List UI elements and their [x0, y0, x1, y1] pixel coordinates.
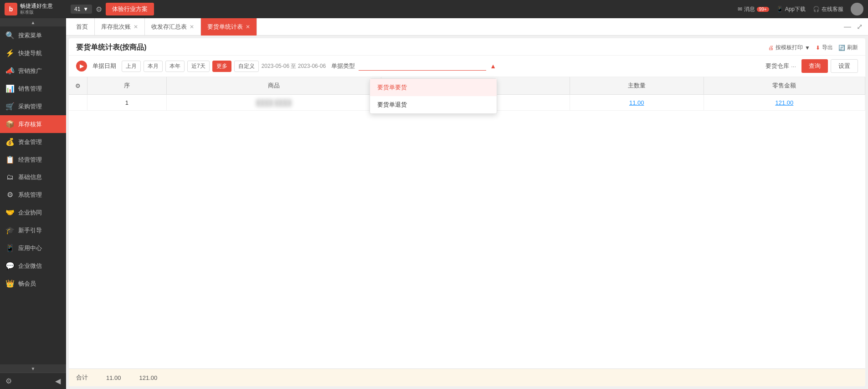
print-icon: 🖨: [768, 45, 774, 51]
sidebar-item-system[interactable]: ⚙ 系统管理: [0, 186, 66, 204]
sidebar-item-basic[interactable]: 🗂 基础信息: [0, 169, 66, 186]
message-icon: ✉: [738, 6, 742, 12]
online-service-item[interactable]: 🎧 在线客服: [813, 5, 843, 13]
type-input[interactable]: [359, 61, 486, 71]
date-label: 单据日期: [92, 62, 116, 70]
print-action[interactable]: 🖨 按模板打印 ▼: [768, 44, 810, 51]
query-button[interactable]: 查询: [801, 59, 828, 73]
settings-icon[interactable]: ⚙: [5, 377, 12, 385]
date-btn-last-month[interactable]: 上月: [122, 61, 141, 72]
tab-close-recv-summary[interactable]: ✕: [190, 24, 194, 30]
export-icon: ⬇: [816, 45, 820, 51]
clipboard-icon: 📋: [5, 155, 15, 164]
dropdown-item-demand-order[interactable]: 要货单要货: [370, 79, 497, 96]
filter-bar: ▶ 单据日期 上月 本月 本年 近7天 更多 自定义 2023-05-06 至 …: [69, 56, 865, 77]
search-icon: 🔍: [5, 31, 15, 40]
logo-icon: b: [5, 3, 17, 15]
sidebar-scroll-down[interactable]: ▼: [0, 364, 66, 373]
date-range-display: 2023-05-06 至 2023-06-06: [262, 62, 326, 70]
th-amount: 零售金额: [704, 77, 865, 95]
summary-bar: 合计 11.00 121.00: [69, 369, 865, 386]
summary-quantity: 11.00: [106, 374, 121, 381]
th-settings[interactable]: ⚙: [69, 77, 87, 95]
tab-minimize-button[interactable]: —: [842, 22, 853, 32]
tab-close-demand-stats[interactable]: ✕: [246, 24, 250, 30]
date-filter: 上月 本月 本年 近7天 更多 自定义 2023-05-06 至 2023-06…: [122, 61, 326, 72]
app-download-item[interactable]: 📱 App下载: [776, 5, 806, 13]
app-center-icon: 📱: [5, 244, 15, 252]
filter-type-section: 单据类型 ▲: [331, 61, 760, 71]
tab-close-inventory-batch[interactable]: ✕: [134, 24, 138, 30]
sidebar-bottom: ⚙ ◀: [0, 373, 66, 389]
logo-area: b 畅捷通好生意 标准版: [5, 3, 71, 15]
sidebar: ▲ 🔍 搜索菜单 ⚡ 快捷导航 📣 营销推广 📊 销售管理 🛒 采购管理: [0, 18, 66, 389]
sidebar-scroll-up[interactable]: ▲: [0, 18, 66, 26]
page-title: 要货单统计表(按商品): [76, 43, 147, 52]
main-layout: ▲ 🔍 搜索菜单 ⚡ 快捷导航 📣 营销推广 📊 销售管理 🛒 采购管理: [0, 18, 868, 389]
app-icon: 📱: [776, 6, 783, 12]
sidebar-item-newbie[interactable]: 🎓 新手引导: [0, 221, 66, 239]
collapse-icon[interactable]: ◀: [55, 377, 61, 385]
tab-maximize-button[interactable]: ⤢: [855, 21, 864, 32]
filter-expand-button[interactable]: ▶: [76, 61, 87, 72]
wechat-icon: 💬: [5, 261, 15, 270]
service-icon: 🎧: [813, 6, 820, 12]
refresh-action[interactable]: 🔄 刷新: [838, 44, 858, 51]
sidebar-nav: 🔍 搜索菜单 ⚡ 快捷导航 📣 营销推广 📊 销售管理 🛒 采购管理 📦: [0, 26, 66, 364]
gear-icon[interactable]: ⚙: [96, 5, 102, 14]
sidebar-item-purchase[interactable]: 🛒 采购管理: [0, 97, 66, 115]
tab-demand-stats[interactable]: 要货单统计表 ✕: [201, 18, 257, 36]
sidebar-item-enterprise[interactable]: 🤝 企业协同: [0, 204, 66, 221]
sidebar-item-finance[interactable]: 💰 资金管理: [0, 133, 66, 151]
row-product: ████ ████: [167, 95, 381, 111]
sidebar-item-quick-nav[interactable]: ⚡ 快捷导航: [0, 44, 66, 62]
tab-home[interactable]: 首页: [70, 18, 95, 36]
folder-icon: 🗂: [5, 173, 15, 181]
sidebar-item-operation[interactable]: 📋 经营管理: [0, 151, 66, 169]
page-content: 要货单统计表(按商品) 🖨 按模板打印 ▼ ⬇ 导出 🔄 刷新: [69, 38, 865, 386]
type-arrow-up-icon[interactable]: ▲: [490, 62, 496, 70]
sidebar-item-inventory[interactable]: 📦 库存核算: [0, 115, 66, 133]
trial-button[interactable]: 体验行业方案: [106, 3, 154, 15]
dropdown-item-demand-return[interactable]: 要货单退货: [370, 96, 497, 113]
sidebar-item-marketing[interactable]: 📣 营销推广: [0, 62, 66, 80]
page-actions: 🖨 按模板打印 ▼ ⬇ 导出 🔄 刷新: [768, 44, 858, 51]
table-container: ⚙ 序 商品 主计量单位 主数量 零售金额 1: [69, 77, 865, 369]
store-selector[interactable]: 41 ▼: [71, 5, 92, 14]
row-amount: 121.00: [704, 95, 865, 111]
row-checkbox[interactable]: [69, 95, 87, 111]
system-icon: ⚙: [5, 190, 15, 199]
warehouse-more-icon[interactable]: ···: [791, 63, 796, 70]
tab-bar-end: — ⤢: [842, 21, 864, 32]
export-action[interactable]: ⬇ 导出: [816, 44, 833, 51]
tab-inventory-batch[interactable]: 库存批次账 ✕: [95, 18, 145, 36]
date-btn-custom[interactable]: 自定义: [234, 61, 259, 72]
cart-icon: 🛒: [5, 102, 15, 111]
warehouse-section: 要货仓库 ···: [765, 62, 796, 70]
top-header: b 畅捷通好生意 标准版 41 ▼ ⚙ 体验行业方案 ✉ 消息 99+ 📱 Ap…: [0, 0, 868, 18]
date-btn-this-year[interactable]: 本年: [165, 61, 185, 72]
print-chevron-icon: ▼: [805, 45, 810, 51]
date-btn-7days[interactable]: 近7天: [187, 61, 210, 72]
user-avatar[interactable]: [851, 3, 863, 15]
setting-button[interactable]: 设置: [831, 59, 858, 73]
sidebar-item-wechat[interactable]: 💬 企业微信: [0, 257, 66, 275]
header-middle: 41 ▼ ⚙ 体验行业方案: [71, 3, 738, 15]
date-btn-more[interactable]: 更多: [212, 61, 231, 72]
page-title-bar: 要货单统计表(按商品) 🖨 按模板打印 ▼ ⬇ 导出 🔄 刷新: [69, 38, 865, 56]
sidebar-item-member[interactable]: 👑 畅会员: [0, 275, 66, 292]
th-quantity: 主数量: [570, 77, 704, 95]
chart-icon: 📊: [5, 84, 15, 93]
row-index: 1: [87, 95, 167, 111]
sidebar-item-sales[interactable]: 📊 销售管理: [0, 80, 66, 97]
message-item[interactable]: ✉ 消息 99+: [738, 5, 769, 13]
logo-text: 畅捷通好生意 标准版: [20, 3, 53, 15]
sidebar-item-search[interactable]: 🔍 搜索菜单: [0, 26, 66, 44]
tab-recv-summary[interactable]: 收发存汇总表 ✕: [145, 18, 201, 36]
member-icon: 👑: [5, 279, 15, 288]
box-icon: 📦: [5, 120, 15, 128]
handshake-icon: 🤝: [5, 208, 15, 217]
sidebar-item-app-center[interactable]: 📱 应用中心: [0, 239, 66, 257]
tab-bar: 首页 库存批次账 ✕ 收发存汇总表 ✕ 要货单统计表 ✕ — ⤢: [66, 18, 868, 36]
date-btn-this-month[interactable]: 本月: [144, 61, 163, 72]
